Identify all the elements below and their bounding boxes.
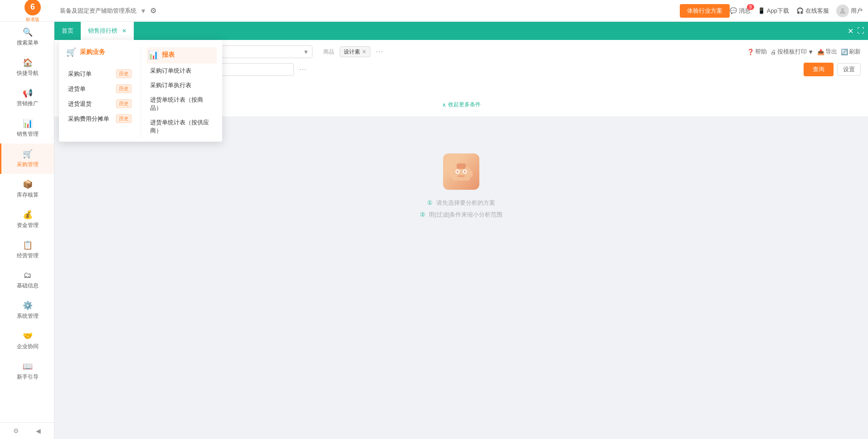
system-name: 装备及固定资产辅助管理系统	[60, 7, 137, 15]
sidebar-item-purchase[interactable]: 🛒 采购管理	[0, 143, 54, 174]
sidebar-item-finance[interactable]: 💰 资金管理	[0, 204, 54, 235]
search-icon: 🔍	[23, 27, 33, 37]
tab-expand-icon[interactable]: ⛶	[857, 27, 864, 35]
online-service-button[interactable]: 🎧 在线客服	[796, 7, 829, 15]
sidebar-label-operations: 经营管理	[17, 252, 39, 260]
purchase-section-icon: 🛒	[66, 47, 76, 57]
report-section-col: 📊 报表 采购订单统计表 采购订单执行表 进货单统计表（按商品） 进货单统计表（…	[141, 47, 223, 138]
dropdown-item-receipt[interactable]: 进货单 历史	[66, 81, 133, 96]
logo-label: 标准版	[26, 16, 39, 23]
goods-label: 商品	[323, 48, 334, 56]
svg-point-6	[464, 171, 466, 173]
query-button[interactable]: 查询	[804, 63, 834, 76]
svg-rect-1	[452, 167, 470, 181]
collapse-sidebar-icon[interactable]: ◀	[36, 427, 41, 434]
sidebar-label-purchase: 采购管理	[17, 161, 39, 168]
sidebar-item-basic-info[interactable]: 🗂 基础信息	[0, 265, 54, 295]
home-icon: 🏠	[23, 58, 33, 68]
messages-badge: 9	[747, 4, 754, 10]
top-header: 6 标准版 装备及固定资产辅助管理系统 ▼ ⚙ 体验行业方案 💬 消息 9 📱 …	[0, 0, 868, 22]
logo-icon: 6	[24, 0, 41, 15]
dropdown-item-po-exec[interactable]: 采购订单执行表	[148, 78, 215, 93]
print-arrow-icon: ▼	[808, 49, 814, 55]
collapse-label: 收起更多条件	[448, 101, 481, 109]
sidebar-label-sales: 销售管理	[17, 130, 39, 138]
dropdown-item-return-label: 进货退货	[68, 100, 92, 108]
sidebar-item-search[interactable]: 🔍 搜索菜单	[0, 22, 54, 52]
export-icon: 📤	[817, 49, 824, 55]
return-history-badge: 历史	[116, 99, 132, 108]
doc-status-select[interactable]	[222, 45, 312, 58]
sidebar-item-marketing[interactable]: 📢 营销推广	[0, 83, 54, 113]
tab-bar: 首页 销售排行榜 ✕ ✕ ⛶	[54, 22, 868, 40]
dropdown-item-receipt-supplier[interactable]: 进货单统计表（按供应商）	[148, 115, 215, 138]
dropdown-item-return[interactable]: 进货退货 历史	[66, 96, 133, 111]
settings-button[interactable]: 设置	[837, 63, 861, 76]
sidebar-label-marketing: 营销推广	[17, 100, 39, 108]
goods-more-icon[interactable]: ···	[376, 48, 383, 56]
headset-icon: 🎧	[796, 7, 804, 14]
sidebar-item-cooperation[interactable]: 🤝 企业协同	[0, 326, 54, 356]
print-button[interactable]: 🖨 按模板打印 ▼	[770, 48, 814, 56]
sidebar: 🔍 搜索菜单 🏠 快捷导航 📢 营销推广 📊 销售管理 🛒 采购管理 📦 库存核…	[0, 22, 54, 439]
tab-close-icon[interactable]: ✕	[122, 28, 127, 34]
report-section-header: 📊 报表	[146, 47, 217, 64]
user-avatar	[836, 5, 849, 17]
logo-area: 6 标准版	[5, 0, 60, 23]
goods-tag: 设计素 ✕	[340, 46, 371, 57]
purchase-section-col: 🛒 采购业务 采购订单 历史 进货单 历史 进货退货 历史 采购费用分摊单 历史	[59, 47, 141, 138]
svg-point-0	[841, 8, 844, 11]
tab-home[interactable]: 首页	[54, 22, 81, 40]
sidebar-item-quick-nav[interactable]: 🏠 快捷导航	[0, 52, 54, 83]
dropdown-item-receipt-label: 进货单	[68, 85, 86, 93]
sidebar-label-guide: 新手引导	[17, 373, 39, 381]
industry-button[interactable]: 体验行业方案	[680, 4, 730, 18]
purchase-section-label: 采购业务	[80, 48, 105, 56]
help-button[interactable]: ❓ 帮助	[747, 48, 767, 56]
export-button[interactable]: 📤 导出	[817, 48, 837, 56]
toolbar-right: ❓ 帮助 🖨 按模板打印 ▼ 📤 导出 🔄	[747, 48, 861, 56]
filter-row2-right: 查询 设置	[804, 63, 861, 76]
gear-icon[interactable]: ⚙	[150, 6, 156, 15]
messages-button[interactable]: 💬 消息 9	[730, 7, 751, 15]
online-service-label: 在线客服	[805, 7, 829, 15]
salesman-input[interactable]	[212, 63, 294, 76]
help-icon: ❓	[747, 49, 754, 55]
system-icon: ⚙️	[23, 301, 33, 311]
app-download-button[interactable]: 📱 App下载	[758, 7, 789, 15]
goods-tag-close-icon[interactable]: ✕	[362, 49, 366, 55]
dropdown-item-po-label: 采购订单	[68, 70, 92, 78]
dropdown-item-expense-label: 采购费用分摊单	[68, 115, 109, 123]
dropdown-item-receipt-goods[interactable]: 进货单统计表（按商品）	[148, 93, 215, 115]
dropdown-arrow-icon[interactable]: ▼	[140, 7, 146, 15]
sidebar-item-operations[interactable]: 📋 经营管理	[0, 235, 54, 265]
sidebar-label-finance: 资金管理	[17, 222, 39, 229]
phone-icon: 📱	[758, 7, 765, 14]
sidebar-item-system[interactable]: ⚙️ 系统管理	[0, 295, 54, 326]
dropdown-item-po-stat[interactable]: 采购订单统计表	[148, 64, 215, 78]
settings-icon[interactable]: ⚙	[13, 427, 19, 434]
dropdown-item-po[interactable]: 采购订单 历史	[66, 66, 133, 81]
empty-hint-1: ① 请先选择要分析的方案	[427, 199, 495, 207]
dropdown-item-expense[interactable]: 采购费用分摊单 历史	[66, 111, 133, 126]
cooperation-icon: 🤝	[23, 331, 33, 341]
sidebar-label-search: 搜索菜单	[17, 39, 39, 47]
tab-close-all-icon[interactable]: ✕	[848, 27, 853, 35]
doc-status-select-wrap: ▼	[222, 45, 312, 58]
tab-home-label: 首页	[62, 27, 73, 35]
tab-sales-rank[interactable]: 销售排行榜 ✕	[81, 22, 134, 40]
tab-bar-right: ✕ ⛶	[848, 27, 868, 35]
sidebar-item-inventory[interactable]: 📦 库存核算	[0, 174, 54, 204]
sidebar-item-sales[interactable]: 📊 销售管理	[0, 113, 54, 143]
dropdown-item-po-stat-label: 采购订单统计表	[150, 67, 191, 75]
refresh-button[interactable]: 🔄 刷新	[841, 48, 861, 56]
svg-rect-8	[450, 171, 453, 177]
print-icon: 🖨	[770, 49, 776, 55]
collapse-button[interactable]: ∧ 收起更多条件	[439, 98, 483, 111]
sidebar-label-inventory: 库存核算	[17, 191, 39, 199]
user-button[interactable]: 用户	[836, 5, 863, 17]
salesman-more-icon[interactable]: ···	[299, 65, 307, 74]
sidebar-item-guide[interactable]: 📖 新手引导	[0, 356, 54, 386]
receipt-history-badge: 历史	[116, 84, 132, 93]
svg-rect-7	[458, 175, 465, 177]
